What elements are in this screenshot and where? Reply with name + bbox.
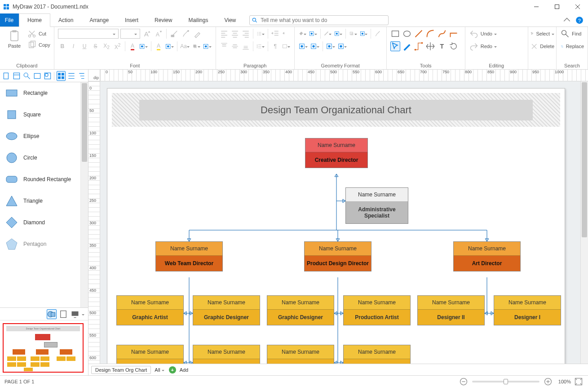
fit-page-button[interactable]: [574, 377, 584, 387]
org-node[interactable]: Name SurnameProduct Design Director: [304, 241, 371, 271]
tool-pointer-button[interactable]: [390, 41, 400, 51]
org-node[interactable]: Name SurnameDesigner I: [494, 295, 561, 325]
tool-line-button[interactable]: [414, 29, 424, 39]
lp-new-icon[interactable]: [2, 71, 11, 81]
lp-refresh-icon[interactable]: [33, 71, 42, 81]
lp-list-view-icon[interactable]: [57, 71, 66, 81]
align-right-button[interactable]: [241, 29, 250, 39]
italic-button[interactable]: I: [69, 41, 78, 51]
redo-button[interactable]: Redo: [469, 41, 524, 51]
org-node[interactable]: Name SurnameAdministrative Specialist: [345, 187, 408, 224]
geom-style3-button[interactable]: [326, 41, 336, 51]
sheet-all[interactable]: All: [155, 367, 165, 373]
bold-button[interactable]: B: [58, 41, 67, 51]
shape-circle[interactable]: Circle: [0, 147, 88, 169]
font-fill-button[interactable]: [139, 41, 148, 51]
tool-connector-button[interactable]: [414, 41, 424, 51]
geom-style2-button[interactable]: [310, 41, 320, 51]
tool-text-button[interactable]: T: [437, 41, 447, 51]
tool-elbow-button[interactable]: [449, 29, 459, 39]
tool-draw-button[interactable]: [402, 41, 412, 51]
help-button[interactable]: ?: [575, 16, 584, 24]
undo-button[interactable]: Undo: [469, 29, 524, 39]
tell-me-input[interactable]: [261, 17, 386, 23]
cut-button[interactable]: Cut: [27, 29, 50, 39]
shape-triangle[interactable]: Triangle: [0, 190, 88, 212]
preview-screen-icon[interactable]: [70, 309, 80, 319]
tab-action[interactable]: Action: [50, 13, 81, 27]
zoom-slider[interactable]: [472, 381, 539, 383]
shape-rounded-rectangle[interactable]: Rounded Rectangle: [0, 169, 88, 190]
indent-dec-button[interactable]: [271, 29, 280, 39]
delete-button[interactable]: Delete: [530, 41, 554, 51]
strike-button[interactable]: S: [91, 41, 100, 51]
org-node[interactable]: Name SurnameGraphic Designer: [193, 295, 260, 325]
tool-cubic-button[interactable]: [437, 29, 447, 39]
close-button[interactable]: [567, 0, 588, 13]
add-sheet-icon[interactable]: +: [169, 366, 176, 374]
zoom-out-button[interactable]: [459, 377, 469, 387]
superscript-button[interactable]: X2: [113, 41, 122, 51]
indent-inc-button[interactable]: [282, 29, 291, 39]
highlight-fill-button[interactable]: [165, 41, 174, 51]
zoom-in-button[interactable]: [543, 377, 553, 387]
org-node[interactable]: Name SurnameWeb Designer: [193, 345, 260, 364]
paragraph-mark-button[interactable]: ¶: [271, 41, 280, 51]
sheet-tab[interactable]: Design Team Org Chart: [91, 366, 151, 374]
tell-me-search[interactable]: [249, 15, 389, 25]
drawing-canvas[interactable]: Design Team Organizational Chart Name Su…: [100, 81, 588, 364]
valign-bot-button[interactable]: [241, 41, 250, 51]
lp-tree-view-icon[interactable]: [77, 71, 86, 81]
shape-ellipse[interactable]: Ellipse: [0, 125, 88, 147]
org-node[interactable]: Name SurnameProduction Artist: [343, 295, 411, 325]
select-button[interactable]: Select: [530, 29, 554, 39]
geom-fill-button[interactable]: [298, 29, 307, 39]
font-size-combo[interactable]: [120, 29, 140, 39]
tab-view[interactable]: View: [216, 13, 244, 27]
highlight-button[interactable]: A: [154, 41, 164, 51]
org-node[interactable]: Name SurnameWeb Designer: [116, 345, 184, 364]
shape-rectangle[interactable]: Rectangle: [0, 82, 88, 104]
geom-theme-stroke-button[interactable]: [334, 29, 343, 39]
shape-scrollbar[interactable]: [80, 82, 88, 307]
line-spacing-button[interactable]: [256, 41, 265, 51]
font-family-combo[interactable]: [58, 29, 119, 39]
org-node[interactable]: Name SurnameArt Director: [453, 241, 521, 271]
case-button[interactable]: Aa: [180, 41, 190, 51]
font-color-button[interactable]: A: [128, 41, 137, 51]
maximize-button[interactable]: [547, 0, 567, 13]
lp-open-icon[interactable]: [12, 71, 21, 81]
org-node[interactable]: Name SurnameSr. Graphic Designer: [343, 345, 411, 364]
tab-arrange[interactable]: Arrange: [81, 13, 117, 27]
chart-title[interactable]: Design Team Organizational Chart: [139, 100, 533, 120]
subscript-button[interactable]: X2: [102, 41, 111, 51]
lp-grid-view-icon[interactable]: [67, 71, 76, 81]
tool-rect-button[interactable]: [390, 29, 400, 39]
minimize-button[interactable]: [526, 0, 547, 13]
format-painter-button[interactable]: [181, 29, 191, 39]
shape-diamond[interactable]: Diamond: [0, 212, 88, 233]
geom-corner-btn[interactable]: [374, 29, 383, 39]
shape-pentagon[interactable]: Pentagon: [0, 233, 88, 255]
org-node[interactable]: Name SurnameGraphic Designer: [267, 295, 334, 325]
geom-theme-shadow-btn[interactable]: [359, 29, 368, 39]
tool-ellipse-button[interactable]: [402, 29, 412, 39]
lp-search-icon[interactable]: [22, 71, 31, 81]
preview-menu[interactable]: [82, 311, 85, 317]
underline-button[interactable]: U: [80, 41, 89, 51]
lp-filter-icon[interactable]: [43, 71, 52, 81]
preview-shapes-icon[interactable]: [47, 309, 57, 319]
tab-insert[interactable]: Insert: [117, 13, 146, 27]
org-node[interactable]: Name SurnameWeb Team Director: [155, 241, 223, 271]
tool-rotate-button[interactable]: [449, 41, 459, 51]
page-thumbnail[interactable]: Design Team Organizational Chart: [3, 323, 84, 373]
paste-button[interactable]: Paste: [4, 29, 25, 62]
copy-button[interactable]: Copy: [27, 40, 50, 50]
canvas-scrollbar[interactable]: [580, 81, 588, 364]
shape-square[interactable]: Square: [0, 104, 88, 125]
tool-pan-button[interactable]: [425, 41, 435, 51]
tab-review[interactable]: Review: [146, 13, 180, 27]
bullets-button[interactable]: [256, 29, 265, 39]
shrink-font-button[interactable]: A: [154, 29, 164, 39]
file-tab[interactable]: File: [0, 13, 19, 27]
